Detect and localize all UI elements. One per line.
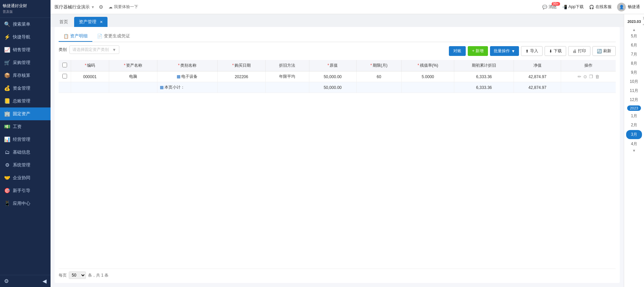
sidebar-item-app-center[interactable]: 📱 应用中心 [0, 197, 51, 210]
cal-month-3-active[interactable]: 3月 [626, 130, 642, 139]
sub-tabs: 📋 资产明细 📄 变更生成凭证 [59, 31, 616, 42]
customer-service-link[interactable]: 🎧 在线客服 [589, 4, 612, 10]
sidebar-item-label: 搜索菜单 [13, 21, 30, 27]
cal-month-9[interactable]: 9月 [624, 68, 644, 77]
subtotal-original-value: 50,000.00 [309, 82, 356, 93]
sidebar-item-purchase[interactable]: 🛒 采购管理 [0, 56, 51, 69]
refresh-button[interactable]: 🔄 刷新 [592, 46, 616, 56]
sidebar-item-guide[interactable]: 🎯 新手引导 [0, 184, 51, 197]
content-area: 首页 资产管理 ✕ 📋 资产明细 📄 变更生成凭证 [51, 14, 644, 287]
col-operation: 操作 [561, 60, 616, 71]
row-category: 电子设备 [157, 71, 217, 82]
row-name: 电脑 [109, 71, 157, 82]
tab-close-icon[interactable]: ✕ [100, 20, 103, 24]
settings-icon[interactable]: ⚙ [4, 278, 9, 284]
edit-icon[interactable]: ✏ [578, 74, 581, 79]
account-button[interactable]: 对账 [449, 46, 466, 56]
calendar-expand-button[interactable]: ⤢ [642, 22, 644, 26]
row-net-value: 42,874.97 [514, 71, 561, 82]
purchase-icon: 🛒 [4, 60, 10, 66]
refresh-icon: 🔄 [597, 49, 602, 54]
sidebar-item-search[interactable]: 🔍 搜索菜单 [0, 18, 51, 31]
category-select[interactable]: 请选择固定资产类别 ▼ [69, 45, 119, 54]
experience-link[interactable]: ☁ 我要体验一下 [109, 4, 138, 10]
change-voucher-icon: 📄 [97, 34, 102, 39]
col-residual-rate: *残值率(%) [402, 60, 454, 71]
sidebar-item-payroll[interactable]: 💵 工资 [0, 120, 51, 133]
sidebar-item-quick-nav[interactable]: ⚡ 快捷导航 [0, 31, 51, 43]
cal-month-5[interactable]: 5月 [624, 32, 644, 41]
cal-month-7[interactable]: 7月 [624, 50, 644, 59]
sidebar-item-label: 总账管理 [13, 98, 30, 104]
row-original-value: 50,000.00 [309, 71, 356, 82]
main-area: 医疗器械行业演示 ▼ ⚙ ☁ 我要体验一下 💬 消息 99+ 📲 App下载 🎧… [51, 0, 644, 287]
cal-month-2[interactable]: 2月 [624, 121, 644, 130]
cloud-icon: ☁ [109, 5, 113, 9]
calendar-scroll-up[interactable]: ▲ [632, 28, 636, 32]
subtotal-label: 本页小计： [157, 82, 217, 93]
cal-month-1[interactable]: 1月 [624, 111, 644, 121]
cal-month-8[interactable]: 8月 [624, 59, 644, 68]
cal-month-11[interactable]: 11月 [624, 86, 644, 95]
asset-detail-icon: 📋 [63, 34, 69, 39]
sub-tab-change-voucher[interactable]: 📄 变更生成凭证 [92, 31, 135, 42]
sidebar-item-enterprise[interactable]: 🤝 企业协同 [0, 171, 51, 184]
download-button[interactable]: ⬇ 下载 [545, 46, 566, 56]
category-select-placeholder: 请选择固定资产类别 [72, 47, 109, 53]
cal-month-6[interactable]: 6月 [624, 41, 644, 50]
select-all-checkbox[interactable] [62, 63, 67, 67]
cal-month-4[interactable]: 4月 [624, 139, 644, 149]
sidebar-item-fixed-assets[interactable]: 🏢 固定资产 [0, 107, 51, 120]
page: 首页 资产管理 ✕ 📋 资产明细 📄 变更生成凭证 [51, 14, 624, 287]
pagination: 每页 50 10 20 100 条，共 1 条 [59, 268, 616, 279]
chevron-down-icon: ▼ [91, 5, 95, 9]
gear-icon[interactable]: ⚙ [99, 4, 103, 10]
company-selector[interactable]: 医疗器械行业演示 ▼ [55, 4, 95, 10]
sidebar-logo: 畅捷通好业财 普及版 [3, 3, 27, 14]
sidebar-item-sales[interactable]: 📈 销售管理 [0, 43, 51, 56]
sub-tab-asset-detail[interactable]: 📋 资产明细 [59, 31, 92, 42]
col-initial-accumulated: 期初累计折旧 [454, 60, 514, 71]
topbar-right: 💬 消息 99+ 📲 App下载 🎧 在线客服 👤 畅捷通 [542, 3, 640, 11]
row-initial-accumulated: 6,333.36 [454, 71, 514, 82]
row-actions: ✏ ⊙ ❐ 🗑 [561, 71, 616, 82]
sidebar-item-label: 销售管理 [13, 47, 30, 53]
cal-month-10[interactable]: 10月 [624, 77, 644, 86]
category-color-indicator [177, 75, 180, 78]
delete-icon[interactable]: 🗑 [595, 74, 600, 79]
copy-icon[interactable]: ❐ [589, 74, 593, 79]
calendar-year-badge[interactable]: 2023 [627, 105, 641, 111]
print-button[interactable]: 🖨 打印 [568, 46, 590, 56]
import-button[interactable]: ⬆ 导入 [521, 46, 543, 56]
notifications-button[interactable]: 💬 消息 99+ [542, 4, 557, 10]
cal-month-12[interactable]: 12月 [624, 95, 644, 104]
sidebar-item-basic-info[interactable]: 🗂 基础信息 [0, 146, 51, 159]
detail-icon[interactable]: ⊙ [583, 74, 587, 79]
subtotal-initial-accumulated: 6,333.36 [454, 82, 514, 93]
calendar-close-button[interactable]: ✕ [642, 15, 644, 21]
row-checkbox-cell [59, 71, 71, 82]
system-icon: ⚙ [4, 162, 10, 168]
new-button[interactable]: + 新增 [468, 46, 488, 56]
download-icon: 📲 [562, 5, 567, 9]
calendar-scroll-down[interactable]: ▼ [632, 149, 636, 153]
app-download-link[interactable]: 📲 App下载 [562, 4, 584, 10]
page-size-select[interactable]: 50 10 20 100 [69, 272, 86, 279]
sidebar-item-inventory[interactable]: 📦 库存核算 [0, 69, 51, 82]
sidebar-item-funds[interactable]: 💰 资金管理 [0, 82, 51, 95]
app-edition: 普及版 [3, 9, 27, 14]
col-original-value: *原值 [309, 60, 356, 71]
row-checkbox[interactable] [62, 74, 67, 78]
collapse-icon[interactable]: ◀ [42, 278, 47, 284]
user-menu[interactable]: 👤 畅捷通 [617, 3, 640, 11]
tab-asset-management[interactable]: 资产管理 ✕ [74, 17, 108, 27]
toolbar: 类别 请选择固定资产类别 ▼ 对账 + 新增 [59, 45, 616, 57]
sidebar-item-ledger[interactable]: 📒 总账管理 [0, 95, 51, 107]
tab-home[interactable]: 首页 [55, 17, 73, 27]
sidebar-item-operations[interactable]: 📊 经营管理 [0, 133, 51, 146]
subtotal-row: 本页小计： 50,000.00 6,333.36 42,874.97 [59, 82, 616, 93]
sidebar-bottom: ⚙ ◀ [0, 275, 51, 287]
batch-button[interactable]: 批量操作 ▼ [490, 46, 519, 56]
row-depreciation-method: 年限平均 [266, 71, 309, 82]
sidebar-item-system[interactable]: ⚙ 系统管理 [0, 159, 51, 171]
